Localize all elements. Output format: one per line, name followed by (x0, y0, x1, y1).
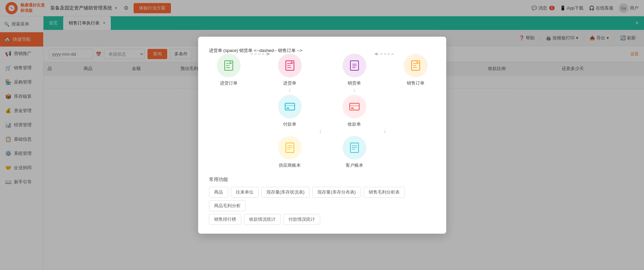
flow-node-receipt[interactable]: 收款单 (336, 95, 373, 127)
func-buttons-row1: 商品 往来单位 现存量(库存状况表) 现存量(库存分布表) 销售毛利分析表 商品… (209, 187, 435, 211)
sales-order-label: 销售订单 (407, 80, 424, 86)
purchase-order-label: 进货订单 (220, 80, 238, 86)
func-btn-goods[interactable]: 商品 (209, 187, 228, 198)
common-funcs-title: 常用功能 (209, 177, 435, 183)
svg-rect-9 (285, 105, 295, 106)
flow-col-payment: 付款单 (271, 95, 309, 127)
svg-rect-12 (350, 105, 359, 106)
svg-rect-3 (350, 61, 359, 70)
flow-col-left: 进货订单 (210, 54, 247, 86)
payment-label: 付款单 (283, 121, 296, 127)
func-btn-sales-rank[interactable]: 销售排行榜 (209, 214, 241, 225)
flow-col-receipt: 收款单 (336, 95, 373, 127)
receipt-label: 收款单 (348, 121, 361, 127)
svg-rect-8 (285, 103, 295, 110)
func-btn-payment-stats[interactable]: 付款情况统计 (283, 214, 320, 225)
flow-node-payment[interactable]: 付款单 (271, 95, 309, 127)
flow-node-customer[interactable]: 客户账本 (336, 136, 373, 168)
purchase-bill-icon (278, 54, 302, 77)
customer-label: 客户账本 (346, 162, 363, 168)
flow-node-sales-bill[interactable]: 销货单 (336, 54, 373, 86)
scroll-left-button[interactable]: ◀ (204, 233, 210, 234)
flow-col-supplier: 供应商账本 (271, 136, 309, 168)
flow-node-supplier[interactable]: 供应商账本 (271, 136, 309, 168)
flow-node-sales-order[interactable]: 销售订单 (397, 54, 434, 86)
payment-icon (278, 95, 302, 119)
func-buttons-row2: 销售排行榜 收款情况统计 付款情况统计 (209, 214, 435, 225)
customer-icon (343, 136, 366, 160)
svg-rect-10 (286, 108, 289, 109)
sales-bill-label: 销货单 (348, 80, 361, 86)
func-btn-counterparty[interactable]: 往来单位 (231, 187, 259, 198)
flow-col-sales-order: 销售订单 (397, 54, 434, 86)
sales-order-icon (404, 54, 428, 77)
flow-node-purchase-order[interactable]: 进货订单 (210, 54, 247, 86)
supplier-icon (278, 136, 302, 160)
popup-scroll-row: ◀ ▶ (198, 233, 446, 234)
popup-box: 进货单 (space) 销货单 <--dashed-- 销售订单 --> 进货订… (198, 37, 446, 234)
common-funcs-section: 常用功能 商品 往来单位 现存量(库存状况表) 现存量(库存分布表) 销售毛利分… (209, 177, 435, 225)
svg-rect-15 (350, 143, 359, 152)
flow-col-purchase-bill: 进货单 (271, 54, 309, 86)
app-wrapper: 畅康通好生意 标准版 装备及固定资产辅助管理系统 ▾ ⚙ 体验行业方案 💬 消息… (0, 0, 644, 270)
popup-overlay: 进货单 (space) 销货单 <--dashed-- 销售订单 --> 进货订… (0, 0, 644, 270)
scroll-right-button[interactable]: ▶ (434, 233, 441, 234)
svg-rect-11 (350, 103, 359, 110)
func-btn-stock-dist[interactable]: 现存量(库存分布表) (312, 187, 361, 198)
svg-rect-13 (351, 108, 354, 109)
supplier-label: 供应商账本 (279, 162, 301, 168)
func-btn-stock-status[interactable]: 现存量(库存状况表) (261, 187, 310, 198)
flow-node-purchase-bill[interactable]: 进货单 (271, 54, 309, 86)
receipt-icon (343, 95, 366, 119)
sales-bill-icon (343, 54, 366, 77)
purchase-bill-label: 进货单 (283, 80, 296, 86)
func-btn-goods-profit[interactable]: 商品毛利分析 (209, 200, 246, 211)
purchase-order-icon (217, 54, 241, 77)
flow-col-sales-bill: 销货单 (336, 54, 373, 86)
popup-inner: 进货单 (space) 销货单 <--dashed-- 销售订单 --> 进货订… (198, 37, 446, 233)
svg-rect-14 (286, 143, 294, 152)
func-btn-receipt-stats[interactable]: 收款情况统计 (244, 214, 281, 225)
func-btn-sales-profit[interactable]: 销售毛利分析表 (364, 187, 405, 198)
flow-col-customer: 客户账本 (336, 136, 373, 168)
